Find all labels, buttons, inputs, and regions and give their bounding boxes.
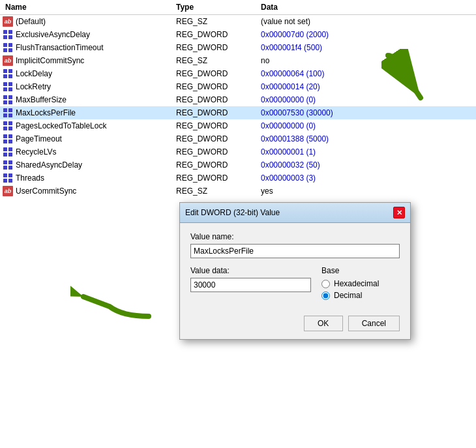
row-name-text: UserCommitSync bbox=[16, 187, 76, 196]
row-type: REG_DWORD bbox=[176, 95, 261, 104]
row-data: 0x00001388 (5000) bbox=[261, 134, 476, 143]
row-data: 0x00000032 (50) bbox=[261, 160, 476, 170]
cancel-button[interactable]: Cancel bbox=[348, 316, 400, 331]
icon-grid bbox=[3, 160, 13, 170]
svg-rect-6 bbox=[3, 48, 7, 52]
table-row[interactable]: SharedAsyncDelay REG_DWORD 0x00000032 (5… bbox=[0, 158, 476, 172]
svg-rect-15 bbox=[8, 87, 12, 91]
table-body: ab (Default) REG_SZ (value not set) Excl… bbox=[0, 15, 476, 198]
icon-grid bbox=[3, 108, 13, 118]
icon-grid bbox=[3, 95, 13, 105]
svg-rect-33 bbox=[8, 147, 12, 151]
table-row[interactable]: MaxBufferSize REG_DWORD 0x00000000 (0) bbox=[0, 93, 476, 106]
row-name-text: PagesLockedToTableLock bbox=[16, 121, 106, 130]
icon-grid bbox=[3, 82, 13, 92]
table-row[interactable]: ab UserCommitSync REG_SZ yes bbox=[0, 185, 476, 198]
header-data: Data bbox=[261, 3, 476, 12]
svg-rect-32 bbox=[3, 147, 7, 151]
svg-rect-29 bbox=[8, 134, 12, 138]
row-data: 0x000001f4 (500) bbox=[261, 43, 476, 52]
svg-rect-17 bbox=[8, 95, 12, 99]
ok-button[interactable]: OK bbox=[304, 316, 343, 331]
svg-rect-0 bbox=[3, 30, 7, 34]
row-name-text: ExclusiveAsyncDelay bbox=[16, 30, 90, 39]
row-name-text: (Default) bbox=[16, 17, 46, 26]
row-type: REG_DWORD bbox=[176, 121, 261, 130]
row-name: SharedAsyncDelay bbox=[0, 160, 176, 170]
table-row[interactable]: PagesLockedToTableLock REG_DWORD 0x00000… bbox=[0, 119, 476, 132]
svg-rect-30 bbox=[3, 140, 7, 143]
table-row[interactable]: LockDelay REG_DWORD 0x00000064 (100) bbox=[0, 67, 476, 80]
dialog-title: Edit DWORD (32-bit) Value bbox=[185, 208, 280, 217]
row-name: MaxLocksPerFile bbox=[0, 108, 176, 118]
dialog-body: Value name: Value data: Base Hexadecimal bbox=[180, 223, 410, 339]
row-name: LockRetry bbox=[0, 82, 176, 92]
svg-rect-10 bbox=[3, 74, 7, 78]
row-name: ab (Default) bbox=[0, 16, 176, 27]
radio-hexadecimal[interactable]: Hexadecimal bbox=[321, 279, 400, 288]
value-data-input[interactable] bbox=[190, 278, 311, 292]
icon-ab: ab bbox=[3, 16, 13, 27]
row-name: LockDelay bbox=[0, 68, 176, 79]
row-type: REG_DWORD bbox=[176, 160, 261, 170]
row-data: 0x00000064 (100) bbox=[261, 69, 476, 78]
svg-rect-11 bbox=[8, 74, 12, 78]
table-row[interactable]: LockRetry REG_DWORD 0x00000014 (20) bbox=[0, 80, 476, 93]
svg-rect-25 bbox=[8, 121, 12, 125]
row-name: ExclusiveAsyncDelay bbox=[0, 29, 176, 40]
icon-grid bbox=[3, 147, 13, 157]
svg-rect-1 bbox=[8, 30, 12, 34]
row-name: ab ImplicitCommitSync bbox=[0, 55, 176, 66]
radio-hex-input[interactable] bbox=[321, 280, 330, 288]
table-row[interactable]: Threads REG_DWORD 0x00000003 (3) bbox=[0, 172, 476, 185]
table-row[interactable]: PageTimeout REG_DWORD 0x00001388 (5000) bbox=[0, 132, 476, 145]
table-row[interactable]: MaxLocksPerFile REG_DWORD 0x00007530 (30… bbox=[0, 106, 476, 119]
row-type: REG_DWORD bbox=[176, 69, 261, 78]
row-type: REG_SZ bbox=[176, 56, 261, 65]
svg-rect-40 bbox=[3, 173, 7, 177]
table-row[interactable]: ab ImplicitCommitSync REG_SZ no bbox=[0, 54, 476, 67]
arrow-left-indicator bbox=[70, 284, 155, 325]
svg-rect-21 bbox=[8, 108, 12, 112]
svg-rect-36 bbox=[3, 160, 7, 164]
base-group: Base Hexadecimal Decimal bbox=[321, 266, 400, 303]
row-data: yes bbox=[261, 187, 476, 196]
row-data: 0x00000000 (0) bbox=[261, 121, 476, 130]
row-name-text: RecycleLVs bbox=[16, 147, 56, 157]
table-row[interactable]: ExclusiveAsyncDelay REG_DWORD 0x000007d0… bbox=[0, 28, 476, 41]
row-type: REG_DWORD bbox=[176, 173, 261, 183]
row-type: REG_DWORD bbox=[176, 108, 261, 117]
table-header: Name Type Data bbox=[0, 0, 476, 15]
svg-rect-14 bbox=[3, 87, 7, 91]
row-name-text: MaxBufferSize bbox=[16, 95, 67, 104]
row-name: Threads bbox=[0, 173, 176, 183]
edit-dword-dialog: Edit DWORD (32-bit) Value ✕ Value name: … bbox=[179, 202, 411, 340]
radio-decimal[interactable]: Decimal bbox=[321, 291, 400, 300]
header-name: Name bbox=[0, 3, 176, 12]
icon-ab: ab bbox=[3, 186, 13, 196]
row-name: PagesLockedToTableLock bbox=[0, 121, 176, 131]
row-data: (value not set) bbox=[261, 17, 476, 26]
svg-rect-5 bbox=[8, 43, 12, 47]
radio-dec-input[interactable] bbox=[321, 291, 330, 300]
row-name: RecycleLVs bbox=[0, 147, 176, 157]
table-row[interactable]: RecycleLVs REG_DWORD 0x00000001 (1) bbox=[0, 145, 476, 158]
svg-rect-16 bbox=[3, 95, 7, 99]
value-name-input[interactable] bbox=[190, 244, 400, 258]
row-name-text: MaxLocksPerFile bbox=[16, 108, 76, 117]
svg-rect-4 bbox=[3, 43, 7, 47]
table-row[interactable]: FlushTransactionTimeout REG_DWORD 0x0000… bbox=[0, 41, 476, 54]
row-data: 0x00000000 (0) bbox=[261, 95, 476, 104]
row-name: MaxBufferSize bbox=[0, 95, 176, 105]
value-name-label: Value name: bbox=[190, 232, 400, 241]
row-name-text: SharedAsyncDelay bbox=[16, 160, 82, 170]
svg-rect-18 bbox=[3, 100, 7, 104]
svg-rect-39 bbox=[8, 166, 12, 170]
row-name-text: LockDelay bbox=[16, 69, 52, 78]
dialog-data-row: Value data: Base Hexadecimal Decimal bbox=[190, 266, 400, 303]
row-data: no bbox=[261, 56, 476, 65]
table-row[interactable]: ab (Default) REG_SZ (value not set) bbox=[0, 15, 476, 28]
svg-rect-38 bbox=[3, 166, 7, 170]
dialog-close-button[interactable]: ✕ bbox=[393, 207, 405, 218]
dialog-titlebar: Edit DWORD (32-bit) Value ✕ bbox=[180, 203, 410, 223]
